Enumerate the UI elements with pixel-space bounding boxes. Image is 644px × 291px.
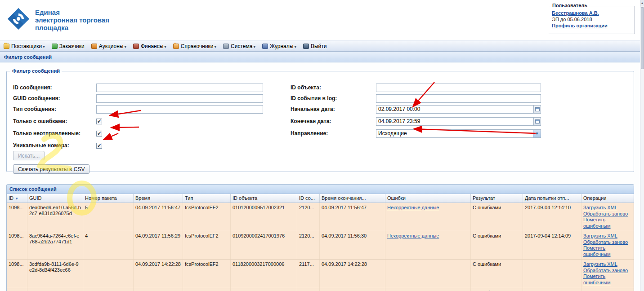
cell-guid: dea0bed6-ea10-a56d-b2c7-e831d326075d (27, 203, 83, 231)
end-date-input[interactable] (376, 117, 533, 126)
mark-error-link[interactable]: Пометить ошибочным (583, 273, 632, 286)
content-area: Фильтр сообщений ID сообщения: GUID сооб… (0, 62, 640, 291)
cell-package (83, 260, 134, 288)
mark-error-link[interactable]: Пометить ошибочным (583, 217, 632, 229)
cell-id: 1098... (7, 288, 27, 291)
load-xml-link[interactable]: Загрузить XML (583, 233, 632, 239)
table-row: 1098... 8ac9644a-7264-e6ef-e768-a2b2a774… (7, 231, 634, 260)
cell-type: fcsProtocolEF2 (183, 231, 231, 259)
field-message-type: Тип сообщения: (13, 104, 263, 114)
object-id-input[interactable] (376, 84, 541, 92)
scroll-up-arrow-icon[interactable]: ▲ (640, 0, 644, 6)
org-profile-link[interactable]: Профиль организации (552, 23, 631, 28)
download-csv-button[interactable]: Скачать результаты в CSV (13, 164, 89, 174)
cell-end-time: 04.09.2017 11:56:47 (320, 203, 385, 231)
cell-event-id: 2092... (297, 288, 320, 291)
journals-icon (262, 44, 268, 49)
menu-finance[interactable]: Финансы (133, 43, 166, 49)
cell-type: fcsProtocolEF2 (183, 260, 231, 288)
menu-suppliers[interactable]: Поставщики (4, 43, 45, 49)
cell-object-id: 0118200003217000006 (231, 260, 297, 288)
column-guid[interactable]: GUID (27, 194, 83, 203)
only-errors-checkbox[interactable] (96, 119, 102, 124)
cell-time: 04.09.2017 (134, 288, 183, 291)
page-title: Фильтр сообщений (0, 52, 640, 62)
cell-time: 04.09.2017 11:56:29 (134, 231, 183, 259)
menu-customers[interactable]: Заказчики (52, 43, 85, 49)
field-object-id: ID объекта: (291, 83, 541, 93)
cell-time: 04.09.2017 14:22:28 (134, 260, 183, 288)
error-details-link[interactable]: Некорректные данные (387, 205, 439, 210)
scrollbar-thumb[interactable] (641, 7, 644, 69)
load-xml-link[interactable]: Загрузить XML (583, 205, 632, 211)
column-result[interactable]: Результат (471, 194, 523, 203)
user-name-link[interactable]: Бесстрашнова А.В. (552, 10, 631, 16)
field-log-event-id: ID события в log: (291, 93, 541, 103)
mark-error-link[interactable]: Пометить ошибочным (583, 245, 632, 257)
cell-end-time: 04.09.2017 14:22:28 (320, 260, 385, 288)
cell-end-time: 04.09.2017 09:54:49 (320, 288, 385, 291)
menu-auctions[interactable]: Аукционы (91, 43, 126, 49)
field-only-unsent: Только неотправленные: (13, 128, 102, 138)
search-button[interactable]: Искать... (13, 151, 45, 160)
only-unsent-checkbox[interactable] (96, 131, 102, 137)
column-attempt-date[interactable]: Дата попытки отп... (523, 194, 581, 203)
cell-guid: 8ac9644a-7264-e6ef-e768-a2b2a77471d1 (27, 231, 83, 259)
message-guid-input[interactable] (96, 94, 263, 103)
direction-select[interactable]: Исходящие ▼ (376, 129, 541, 138)
menu-exit[interactable]: Выйти (303, 43, 327, 49)
vertical-scrollbar[interactable]: ▲ (640, 0, 644, 291)
error-details-link[interactable]: Некорректные данные (387, 233, 439, 238)
column-id[interactable]: ID (7, 194, 27, 203)
log-event-id-input[interactable] (376, 94, 541, 103)
message-id-input[interactable] (96, 84, 263, 92)
load-xml-link[interactable]: Загрузить XML (583, 261, 632, 268)
menu-directories[interactable]: Справочники (173, 43, 216, 49)
column-package[interactable]: Номер пакета (83, 194, 134, 203)
cell-errors (385, 260, 471, 288)
cell-event-id: 2120... (297, 231, 320, 259)
end-date-calendar-button[interactable] (533, 117, 541, 126)
exit-icon (303, 44, 309, 49)
cell-package: 4 (83, 231, 134, 259)
user-panel-label: Пользователь (550, 3, 589, 8)
column-errors[interactable]: Ошибки (385, 194, 471, 203)
eetp-logo-icon (5, 6, 31, 32)
messages-panel: Список сообщений ID GUID Номер пакета Вр… (6, 184, 634, 291)
table-row: 1098... 09d378b-8905-2977-5... 04.09.201… (7, 288, 634, 291)
cell-attempt-date (523, 288, 581, 291)
unique-numbers-checkbox[interactable] (96, 143, 102, 149)
cell-operations: Загрузить XML Обработать заново Пометить… (581, 231, 634, 259)
start-date-calendar-button[interactable] (533, 105, 541, 114)
menu-journals[interactable]: Журналы (262, 43, 296, 49)
reprocess-link[interactable]: Обработать заново (583, 239, 632, 246)
directories-icon (173, 44, 179, 49)
column-type[interactable]: Тип (183, 194, 231, 203)
chevron-down-icon[interactable]: ▼ (533, 130, 541, 137)
menu-system[interactable]: Система (223, 43, 255, 49)
field-message-id: ID сообщения: (13, 83, 263, 93)
column-operations[interactable]: Операции (581, 194, 634, 203)
field-only-errors: Только с ошибками: (13, 116, 102, 126)
table-header-row: ID GUID Номер пакета Время Тип ID объект… (7, 194, 634, 203)
reprocess-link[interactable]: Обработать заново (583, 211, 632, 217)
cell-object-id: 0112200008217002725 (231, 288, 297, 291)
cell-operations: Загрузить XML Обработать заново Пометить… (581, 288, 634, 291)
start-date-input[interactable] (376, 105, 533, 114)
finance-icon (133, 44, 139, 49)
message-type-input[interactable] (96, 105, 263, 114)
cell-operations: Загрузить XML Обработать заново Пометить… (581, 260, 634, 288)
reprocess-link[interactable]: Обработать заново (583, 268, 632, 274)
cell-operations: Загрузить XML Обработать заново Пометить… (581, 203, 634, 231)
column-event-id[interactable]: ID со... (297, 194, 320, 203)
cell-id: 1098... (7, 203, 27, 231)
cell-event-id: 2117... (297, 260, 320, 288)
cell-type: fcsProtocolSi... (183, 288, 231, 291)
cell-time: 04.09.2017 11:56:47 (134, 203, 183, 231)
header: Единая электронная торговая площадка Пол… (0, 0, 640, 40)
column-object-id[interactable]: ID объекта (231, 194, 297, 203)
customers-icon (52, 44, 58, 49)
column-end-time[interactable]: Время окончания... (320, 194, 385, 203)
column-time[interactable]: Время (134, 194, 183, 203)
cell-errors: Некорректные данные (385, 288, 471, 291)
